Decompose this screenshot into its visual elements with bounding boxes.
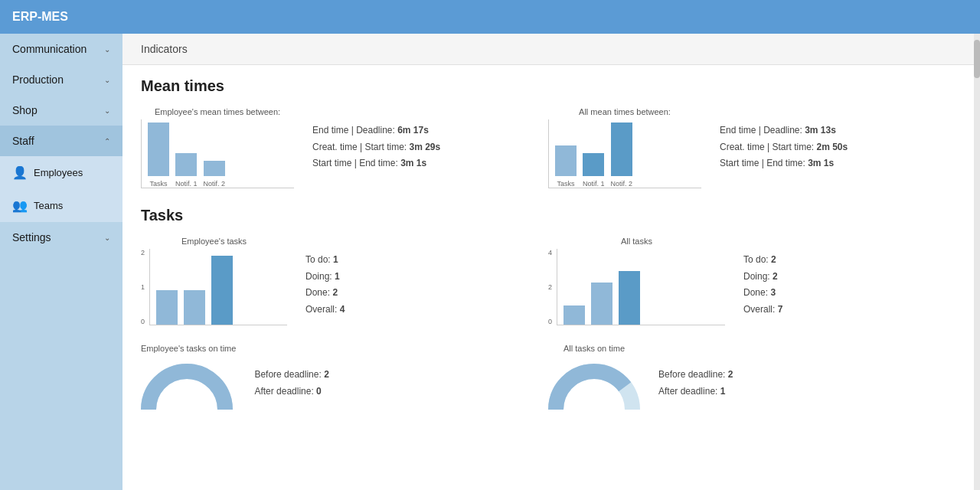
sidebar-item-staff[interactable]: Staff ⌃ — [0, 126, 122, 156]
all-ontime-stats: Before deadline: 2 After deadline: 1 — [658, 344, 733, 400]
stat-start-end: Start time | End time: 3m 1s — [312, 155, 440, 172]
all-mean-times-chart: All mean times between: Tasks Notif. 1 — [548, 107, 701, 188]
y-label-1: 1 — [141, 283, 145, 291]
stat-after-deadline: After deadline: 0 — [254, 384, 328, 400]
all-tasks-chart: All tasks 4 2 0 — [548, 237, 725, 325]
sidebar-item-production[interactable]: Production ⌄ — [0, 64, 122, 95]
all-stat-end-deadline: End time | Deadline: 3m 13s — [720, 122, 848, 139]
all-y-label-0: 0 — [548, 318, 552, 325]
bar-group-tasks: Tasks — [148, 122, 169, 188]
employee-mean-times-chart: Employee's mean times between: Tasks Not… — [141, 107, 294, 188]
chevron-down-icon: ⌄ — [104, 234, 110, 242]
all-y-label-4: 4 — [548, 249, 552, 256]
chevron-up-icon: ⌃ — [104, 137, 110, 145]
chevron-down-icon: ⌄ — [104, 76, 110, 84]
tasks-bar-3 — [211, 256, 233, 325]
bar-notif1 — [175, 153, 197, 176]
bar-group-notif2: Notif. 2 — [204, 161, 226, 188]
all-tasks-bar-3 — [619, 271, 640, 325]
stat-end-deadline: End time | Deadline: 6m 17s — [312, 122, 440, 139]
scrollbar-thumb[interactable] — [974, 40, 980, 78]
all-stat-before-deadline: Before deadline: 2 — [658, 367, 733, 384]
all-bar-notif2 — [611, 122, 632, 176]
all-stat-creat-start: Creat. time | Start time: 2m 50s — [720, 139, 848, 156]
all-tasks-bar-group-3 — [619, 271, 640, 325]
bar-group-notif1: Notif. 1 — [175, 153, 198, 188]
tasks-charts: Employee's tasks 2 1 0 — [141, 237, 956, 325]
tasks-bar-group-1 — [156, 290, 178, 325]
employee-ontime-block: Employee's tasks on time Before deadline… — [141, 344, 548, 417]
stat-overall: Overall: 4 — [305, 302, 345, 318]
employee-tasks-bar-chart — [149, 249, 287, 325]
chevron-down-icon: ⌄ — [104, 106, 110, 115]
all-ontime-title: All tasks on time — [548, 344, 640, 353]
stat-doing: Doing: 1 — [305, 269, 345, 286]
employee-mean-times-title: Employee's mean times between: — [141, 107, 294, 116]
tasks-title: Tasks — [141, 207, 956, 224]
all-ontime-block: All tasks on time Before deadline: 2 — [548, 344, 956, 417]
tasks-bar-1 — [156, 290, 178, 325]
all-mean-times-block: All mean times between: Tasks Notif. 1 — [548, 107, 956, 188]
all-tasks-block: All tasks 4 2 0 — [548, 237, 956, 325]
employee-mean-bar-chart: Tasks Notif. 1 Notif. 2 — [141, 119, 294, 188]
sidebar-item-settings[interactable]: Settings ⌄ — [0, 222, 122, 253]
group-icon: 👥 — [12, 198, 28, 213]
employee-mean-times-block: Employee's mean times between: Tasks Not… — [141, 107, 548, 188]
all-stat-overall: Overall: 7 — [743, 302, 782, 318]
all-bar-notif1 — [583, 153, 604, 176]
all-y-label-2: 2 — [548, 283, 552, 291]
all-tasks-bar-2 — [591, 283, 612, 325]
bar-label-notif1: Notif. 1 — [175, 180, 198, 188]
person-icon: 👤 — [12, 165, 28, 180]
all-bar-group-notif1: Notif. 1 — [583, 153, 605, 188]
all-stat-start-end: Start time | End time: 3m 1s — [720, 155, 848, 172]
employee-ontime-chart-container: Employee's tasks on time — [141, 344, 236, 417]
chevron-down-icon: ⌄ — [104, 45, 110, 54]
all-tasks-stats: To do: 2 Doing: 2 Done: 3 Overall: — [743, 237, 782, 318]
sidebar-item-shop[interactable]: Shop ⌄ — [0, 95, 122, 126]
all-tasks-bar-group-2 — [591, 283, 612, 325]
all-tasks-bar-group-1 — [564, 305, 585, 325]
bar-tasks — [148, 122, 169, 176]
all-bar-label-notif1: Notif. 1 — [583, 180, 605, 188]
tasks-ontime-charts: Employee's tasks on time Before deadline… — [141, 344, 956, 417]
all-stat-after-deadline: After deadline: 1 — [658, 384, 733, 400]
main-content: Indicators Mean times Employee's mean ti… — [122, 34, 974, 490]
bar-label-tasks: Tasks — [149, 180, 167, 188]
all-mean-times-title: All mean times between: — [548, 107, 701, 116]
employee-tasks-block: Employee's tasks 2 1 0 — [141, 237, 548, 325]
bar-label-notif2: Notif. 2 — [204, 180, 226, 188]
employee-mean-stats: End time | Deadline: 6m 17s Creat. time … — [312, 107, 440, 172]
all-stat-done: Done: 3 — [743, 285, 782, 302]
employee-donut-svg — [141, 356, 233, 417]
sidebar-item-teams[interactable]: 👥 Teams — [0, 189, 122, 222]
all-donut — [548, 356, 640, 417]
all-bar-tasks — [555, 145, 577, 176]
employee-tasks-chart: Employee's tasks 2 1 0 — [141, 237, 287, 325]
mean-times-charts: Employee's mean times between: Tasks Not… — [141, 107, 956, 188]
all-ontime-chart-container: All tasks on time — [548, 344, 640, 417]
app-title: ERP-MES — [12, 10, 68, 24]
all-donut-svg — [548, 356, 640, 417]
tasks-bar-group-3 — [211, 256, 233, 325]
employee-tasks-title: Employee's tasks — [141, 237, 287, 246]
sidebar-item-employees[interactable]: 👤 Employees — [0, 156, 122, 189]
stat-todo: To do: 1 — [305, 252, 345, 269]
sidebar-item-communication[interactable]: Communication ⌄ — [0, 34, 122, 64]
all-tasks-bar-1 — [564, 305, 585, 325]
all-mean-bar-chart: Tasks Notif. 1 Notif. 2 — [548, 119, 701, 188]
stat-before-deadline: Before deadline: 2 — [254, 367, 328, 384]
tasks-bar-2 — [184, 290, 205, 325]
breadcrumb: Indicators — [122, 34, 974, 65]
employee-ontime-title: Employee's tasks on time — [141, 344, 236, 353]
all-bar-group-tasks: Tasks — [555, 145, 577, 188]
bar-notif2 — [204, 161, 225, 176]
employee-donut — [141, 356, 233, 417]
y-label-0: 0 — [141, 318, 145, 325]
y-label-2: 2 — [141, 249, 145, 256]
all-stat-todo: To do: 2 — [743, 252, 782, 269]
all-stat-doing: Doing: 2 — [743, 269, 782, 286]
sidebar: Communication ⌄ Production ⌄ Shop ⌄ Staf… — [0, 34, 122, 490]
tasks-bar-group-2 — [184, 290, 205, 325]
scrollbar[interactable] — [974, 34, 980, 490]
